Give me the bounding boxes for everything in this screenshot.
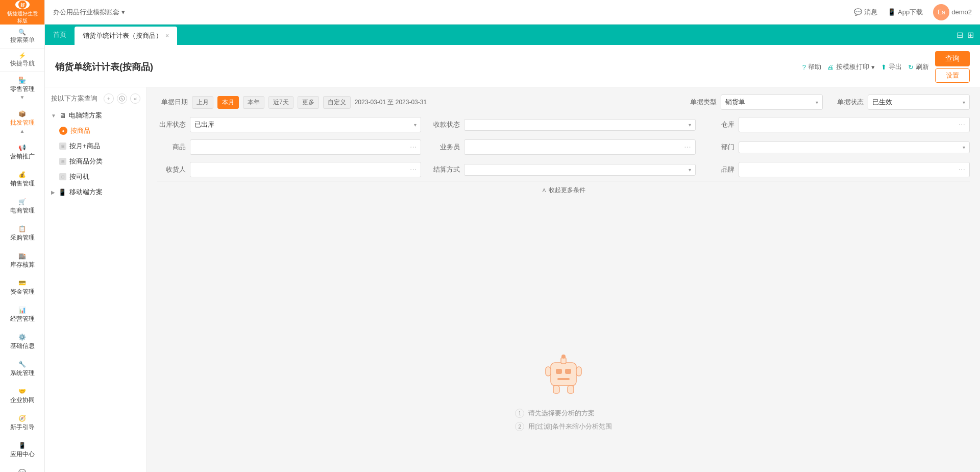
collapse-panel-btn[interactable]: « [130,93,140,104]
sidebar-item-operations[interactable]: 📊 经营管理 [0,301,44,328]
brand-input[interactable]: ··· [739,162,970,177]
sidebar-item-finance[interactable]: 💳 资金管理 [0,274,44,301]
tab-active[interactable]: 销货单统计计表（按商品） × [75,27,177,45]
active-tab-label: 销货单统计计表（按商品） [83,31,162,40]
operations-icon: 📊 [18,306,26,314]
department-selector[interactable]: ▾ [739,141,970,153]
search-icon: 🔍 [3,29,41,36]
date-btn-more[interactable]: 更多 [298,96,319,109]
doc-type-selector[interactable]: 销货单 ▾ [721,95,823,110]
tree-item-by-category[interactable]: ⊞ 按商品分类 [45,154,146,169]
tab-maximize-btn[interactable]: ⊞ [967,30,974,40]
sidebar-item-wechat[interactable]: 💬 企业微信 [0,464,44,472]
date-btn-this-year[interactable]: 本年 [243,96,264,109]
svg-rect-11 [576,367,581,376]
home-tab-label: 首页 [53,30,66,39]
tab-minimize-btn[interactable]: ⊟ [957,30,963,40]
content-body: 按以下方案查询 + ✎ « ▼ � [45,87,980,472]
salesperson-input[interactable]: ··· [464,139,695,155]
sidebar-item-inventory[interactable]: 🏬 库存核算 [0,247,44,274]
filter-row-3: 商品 ··· 业务员 ··· [157,139,970,155]
date-btn-7days[interactable]: 近7天 [268,96,293,109]
product-input[interactable]: ··· [190,139,421,155]
sidebar-item-guide[interactable]: 🧭 新手引导 [0,410,44,437]
add-scheme-btn[interactable]: + [104,93,114,104]
tree-desktop-group[interactable]: ▼ 🖥 电脑端方案 [45,108,146,123]
payment-status-arrow: ▾ [689,122,691,128]
grid-icon-3: ⊞ [59,173,66,180]
date-btn-this-month[interactable]: 本月 [217,96,239,109]
finance-icon: 💳 [18,279,26,287]
sidebar: 好 畅捷通好生意 标版 🔍 搜索菜单 ⚡ 快捷导航 🏪 零售管理 ▼ 📦 批发管… [0,0,45,472]
collapse-label: ∧ 收起更多条件 [542,186,585,194]
tree-item-by-driver[interactable]: ⊞ 按司机 [45,169,146,184]
edit-scheme-btn[interactable]: ✎ [117,93,127,104]
out-status-selector[interactable]: 已出库 ▾ [190,117,421,132]
tree-item-by-month-product[interactable]: ⊞ 按月+商品 [45,138,146,154]
retail-arrow: ▼ [20,95,25,100]
industry-selector[interactable]: 办公用品行业模拟账套 ▾ [53,8,125,17]
salesperson-dots: ··· [684,143,691,152]
tab-close-btn[interactable]: × [165,32,169,39]
user-menu[interactable]: Ea demo2 [933,4,972,20]
empty-state: 1 请先选择要分析的方案 2 用[过滤]条件来缩小分析范围 [147,306,980,472]
doc-status-selector[interactable]: 已生效 ▾ [868,95,970,110]
payment-status-selector[interactable]: ▾ [464,119,695,131]
refresh-btn[interactable]: ↻ 刷新 [908,62,929,72]
settlement-label: 结算方式 [431,165,460,174]
enterprise-icon: 🤝 [18,388,26,395]
search-menu[interactable]: 🔍 搜索菜单 [0,25,44,49]
sidebar-item-marketing[interactable]: 📢 营销推广 [0,139,44,166]
app-download-btn[interactable]: 📱 App下载 [888,8,923,17]
panel-header: 按以下方案查询 + ✎ « [45,93,146,108]
mobile-folder-icon: 📱 [58,188,66,196]
tab-bar: 首页 销货单统计计表（按商品） × ⊟ ⊞ [45,25,980,45]
settlement-arrow: ▾ [689,167,691,173]
payment-status-field: 收款状态 ▾ [431,117,695,132]
warehouse-input[interactable]: ··· [739,117,970,132]
settings-button[interactable]: 设置 [935,68,970,83]
sidebar-item-procurement[interactable]: 📋 采购管理 [0,220,44,247]
tip-text-2: 用[过滤]条件来缩小分析范围 [528,422,611,431]
tree-mobile-group[interactable]: ▶ 📱 移动端方案 [45,184,146,200]
sidebar-item-ecommerce[interactable]: 🛒 电商管理 [0,193,44,220]
date-btn-last-month[interactable]: 上月 [192,96,213,109]
receiver-input[interactable]: ··· [190,162,421,177]
tab-home[interactable]: 首页 [45,25,75,45]
empty-illustration [533,347,594,398]
product-dots: ··· [410,143,416,152]
warehouse-dots: ··· [959,120,965,129]
date-btn-custom[interactable]: 自定义 [323,96,351,109]
page-header: 销货单统计计表(按商品) ? 帮助 🖨 按模板打印 ▾ ⬆ 导出 ↻ 刷新 [45,45,980,87]
receiver-dots: ··· [410,165,416,174]
sidebar-item-retail[interactable]: 🏪 零售管理 ▼ [0,72,44,105]
settlement-selector[interactable]: ▾ [464,164,695,176]
svg-rect-5 [556,369,562,374]
page-title: 销货单统计计表(按商品) [55,61,153,73]
sidebar-item-wholesale[interactable]: 📦 批发管理 ▲ [0,105,44,139]
brand-field: 品牌 ··· [706,162,970,177]
sidebar-item-system[interactable]: 🔧 系统管理 [0,356,44,383]
wholesale-icon: 📦 [18,110,26,117]
salesperson-field: 业务员 ··· [431,139,695,155]
export-btn[interactable]: ⬆ 导出 [881,62,902,72]
sidebar-item-basics[interactable]: ⚙️ 基础信息 [0,328,44,356]
help-btn[interactable]: ? 帮助 [802,62,821,72]
sidebar-item-sales[interactable]: 💰 销售管理 [0,166,44,193]
sidebar-item-apps[interactable]: 📱 应用中心 [0,437,44,464]
user-avatar: Ea [933,4,949,20]
messages-btn[interactable]: 💬 消息 [854,8,877,17]
svg-text:好: 好 [19,3,25,8]
quick-nav[interactable]: ⚡ 快捷导航 [0,49,44,72]
tree-item-by-product[interactable]: ● 按商品 [45,123,146,138]
svg-text:✎: ✎ [120,97,124,101]
sidebar-item-enterprise[interactable]: 🤝 企业协同 [0,383,44,410]
retail-icon: 🏪 [18,77,26,84]
doc-type-arrow: ▾ [816,100,818,105]
query-settings-group: 查询 设置 [935,51,970,83]
doc-status-label: 单据状态 [837,98,864,107]
template-print-btn[interactable]: 🖨 按模板打印 ▾ [827,62,875,72]
query-button[interactable]: 查询 [935,51,970,66]
svg-rect-10 [546,367,551,376]
collapse-more-btn[interactable]: ∧ 收起更多条件 [157,181,970,199]
